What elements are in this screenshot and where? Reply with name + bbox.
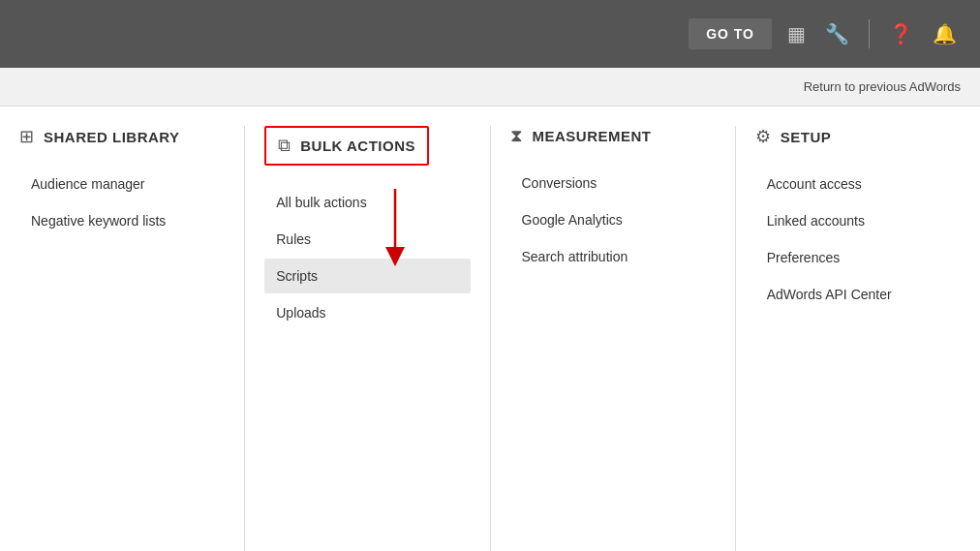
- setup-column: ⚙ SETUP Account access Linked accounts P…: [736, 126, 980, 551]
- conversions-link[interactable]: Conversions: [510, 166, 716, 200]
- bulk-actions-title: BULK ACTIONS: [300, 138, 415, 154]
- bar-chart-icon[interactable]: ▦: [783, 18, 810, 49]
- gear-icon: ⚙: [755, 126, 771, 147]
- grid-icon: ⊞: [19, 126, 34, 147]
- audience-manager-link[interactable]: Audience manager: [19, 167, 225, 201]
- wrench-icon[interactable]: 🔧: [821, 18, 853, 49]
- bell-icon[interactable]: 🔔: [929, 18, 961, 49]
- topbar-divider: [869, 19, 870, 48]
- bulk-actions-column: ⧉ BULK ACTIONS All bulk actions Rules Sc…: [245, 126, 490, 551]
- measurement-title: MEASUREMENT: [533, 128, 652, 144]
- measurement-column: ⧗ MEASUREMENT Conversions Google Analyti…: [491, 126, 736, 551]
- preferences-link[interactable]: Preferences: [755, 240, 961, 275]
- google-analytics-link[interactable]: Google Analytics: [510, 202, 716, 237]
- negative-keyword-lists-link[interactable]: Negative keyword lists: [19, 203, 225, 238]
- adwords-api-center-link[interactable]: AdWords API Center: [755, 277, 961, 312]
- bulk-actions-header-box: ⧉ BULK ACTIONS: [264, 126, 429, 166]
- scripts-link[interactable]: Scripts: [264, 259, 470, 293]
- shared-library-column: ⊞ SHARED LIBRARY Audience manager Negati…: [0, 126, 245, 551]
- topbar: GO TO ▦ 🔧 ❓ 🔔: [0, 0, 980, 68]
- account-access-link[interactable]: Account access: [755, 167, 961, 201]
- return-text: Return to previous AdWords: [804, 79, 961, 94]
- goto-button[interactable]: GO TO: [689, 18, 772, 49]
- shared-library-header: ⊞ SHARED LIBRARY: [19, 126, 225, 147]
- setup-title: SETUP: [781, 129, 832, 145]
- measurement-header: ⧗ MEASUREMENT: [510, 126, 716, 146]
- rules-link[interactable]: Rules: [264, 222, 470, 257]
- main-content: ⊞ SHARED LIBRARY Audience manager Negati…: [0, 107, 980, 551]
- shared-library-title: SHARED LIBRARY: [44, 129, 180, 145]
- uploads-link[interactable]: Uploads: [264, 295, 470, 330]
- hourglass-icon: ⧗: [510, 126, 523, 146]
- all-bulk-actions-link[interactable]: All bulk actions: [264, 185, 470, 220]
- question-icon[interactable]: ❓: [885, 18, 917, 49]
- search-attribution-link[interactable]: Search attribution: [510, 239, 716, 274]
- linked-accounts-link[interactable]: Linked accounts: [755, 203, 961, 238]
- setup-header: ⚙ SETUP: [755, 126, 961, 147]
- returnbar: Return to previous AdWords: [0, 68, 980, 107]
- copy-icon: ⧉: [278, 136, 291, 156]
